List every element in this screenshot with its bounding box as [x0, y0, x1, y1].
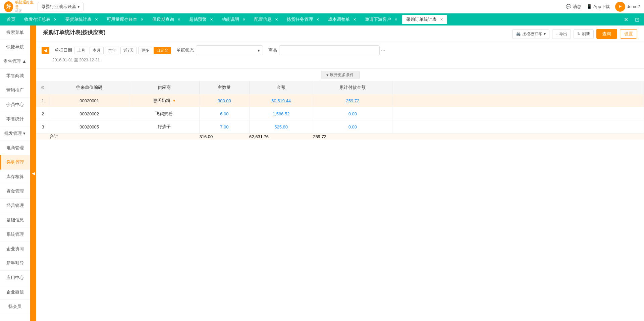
table-row[interactable]: 3 00020005 好孩子 7.00 525.80 0.00	[36, 120, 644, 133]
close-tab-invite-downstream[interactable]: ✕	[394, 17, 397, 22]
main-layout: 搜索菜单 快捷导航 零售管理 ▲ 零售商城 营销推广 会员中心 零售统计 批发管…	[0, 25, 644, 321]
close-tab-config-info[interactable]: ✕	[275, 17, 278, 22]
collapse-filter-icon[interactable]: ◀	[42, 47, 49, 54]
sidebar-item-member[interactable]: 会员中心	[0, 98, 30, 112]
tab-invite-downstream[interactable]: 邀请下游客户 ✕	[361, 15, 401, 24]
date-btn-last-7-days[interactable]: 近7天	[120, 47, 137, 54]
data-table-area: ⚙ 往来单位编码 供应商 主数量 金额 累计付款金额 1 00020001	[36, 81, 644, 321]
chevron-left-icon: ◀	[32, 171, 35, 176]
sidebar-item-purchase[interactable]: 采购管理	[0, 155, 30, 170]
sidebar-item-marketing[interactable]: 营销推广	[0, 83, 30, 98]
footer-extra	[392, 133, 644, 140]
close-tab-collection[interactable]: ✕	[54, 17, 57, 22]
toggle-sidebar-button[interactable]: ◀	[30, 25, 36, 321]
status-select[interactable]: ▾	[196, 45, 263, 55]
table-row[interactable]: 1 00020001 惠氏奶粉 ▾ 303.00 60,519.44	[36, 94, 644, 107]
tab-available-stock[interactable]: 可用量库存账本 ✕	[103, 15, 148, 24]
close-window-button[interactable]: ✕	[622, 16, 630, 23]
expand-more-button[interactable]: ▾ 展开更多条件	[321, 71, 360, 79]
sidebar-item-ecommerce[interactable]: 电商管理	[0, 141, 30, 155]
query-button[interactable]: 查询	[596, 29, 617, 39]
tab-config-info[interactable]: 配置信息 ✕	[250, 15, 282, 24]
tab-purchase-order-stats[interactable]: 采购订单统计表 ✕	[402, 15, 447, 24]
goods-filter-group: 商品 ···	[268, 45, 385, 55]
refresh-button[interactable]: ↻ 刷新	[574, 29, 594, 39]
sidebar-item-operations[interactable]: 经营管理	[0, 199, 30, 213]
sidebar-item-finance[interactable]: 资金管理	[0, 184, 30, 199]
date-btn-this-month[interactable]: 本月	[90, 47, 104, 54]
close-tab-cost-adjust[interactable]: ✕	[353, 17, 356, 22]
date-btn-more[interactable]: 更多	[138, 47, 152, 54]
cell-paid-1: 259.72	[313, 94, 392, 107]
cell-code-2: 00020002	[50, 107, 129, 120]
purchase-order-table: ⚙ 往来单位编码 供应商 主数量 金额 累计付款金额 1 00020001	[36, 81, 644, 140]
tab-overstock[interactable]: 超储预警 ✕	[185, 15, 217, 24]
sidebar-item-enterprise[interactable]: 企业协同	[0, 242, 30, 256]
tab-picking-task[interactable]: 拣货任务管理 ✕	[283, 15, 323, 24]
export-button[interactable]: ↓ 导出	[552, 29, 571, 39]
refresh-icon: ↻	[577, 32, 581, 36]
sidebar-item-basic-info[interactable]: 基础信息	[0, 213, 30, 227]
expand-more-section: ▾ 展开更多条件	[36, 68, 644, 81]
logo-text: 畅捷通好生意 标版	[15, 0, 34, 13]
app-download-button[interactable]: 📱 App下载	[587, 4, 610, 10]
sidebar-item-search[interactable]: 搜索菜单	[0, 25, 30, 40]
cell-code-3: 00020005	[50, 120, 129, 133]
cell-code-1: 00020001	[50, 94, 129, 107]
close-tab-overstock[interactable]: ✕	[210, 17, 213, 22]
date-btn-last-month[interactable]: 上月	[74, 47, 88, 54]
settings-button[interactable]: 设置	[620, 29, 637, 39]
toggle-filter-button[interactable]: ◀	[42, 47, 49, 54]
col-supplier: 供应商	[129, 81, 199, 94]
restore-window-button[interactable]: ⊡	[633, 16, 641, 23]
tab-purchase-stats[interactable]: 要货单统计表 ✕	[61, 15, 102, 24]
top-right-actions: 💬 消息 📱 App下载 E demo2	[566, 2, 640, 12]
footer-empty	[36, 133, 50, 140]
print-button[interactable]: 🖨️ 按模板打印 ▾	[512, 29, 549, 39]
workspace-selector[interactable]: 母婴行业演示账套 ▾	[38, 2, 84, 11]
sidebar-item-app-center[interactable]: 应用中心	[0, 271, 30, 285]
sidebar-item-wholesale[interactable]: 批发管理 ▾	[0, 126, 30, 141]
col-amount: 金额	[249, 81, 313, 94]
sidebar-item-system[interactable]: 系统管理	[0, 227, 30, 242]
sidebar-item-shortcut[interactable]: 快捷导航	[0, 40, 30, 54]
sidebar-item-new-guide[interactable]: 新手引导	[0, 256, 30, 271]
message-button[interactable]: 💬 消息	[566, 4, 581, 10]
goods-input[interactable]	[279, 45, 380, 55]
filter-date-range-line: 2016-01-01 至 2023-12-31	[42, 57, 639, 63]
col-qty: 主数量	[200, 81, 250, 94]
sidebar-item-retail[interactable]: 零售管理 ▲	[0, 54, 30, 69]
tab-warranty[interactable]: 保质期查询 ✕	[148, 15, 184, 24]
close-tab-purchase-stats[interactable]: ✕	[95, 17, 98, 22]
goods-label: 商品	[268, 47, 277, 53]
sidebar-item-wechat[interactable]: 企业微信	[0, 285, 30, 300]
download-icon: 📱	[587, 4, 592, 9]
cell-index-1: 1	[36, 94, 50, 107]
expand-row-icon[interactable]: ▾	[173, 98, 175, 103]
tab-function-desc[interactable]: 功能说明 ✕	[218, 15, 250, 24]
sidebar-item-retail-stats[interactable]: 零售统计	[0, 112, 30, 126]
date-custom-label[interactable]: 自定义	[154, 47, 171, 54]
footer-paid: 259.72	[313, 133, 392, 140]
close-tab-purchase-order-stats[interactable]: ✕	[440, 17, 443, 22]
cell-amount-2: 1,586.52	[249, 107, 313, 120]
sidebar-item-vip[interactable]: 畅会员	[0, 300, 30, 314]
top-bar: 好 畅捷通好生意 标版 母婴行业演示账套 ▾ 💬 消息 📱 App下载 E de…	[0, 0, 644, 13]
user-avatar[interactable]: E demo2	[615, 2, 640, 12]
sidebar-item-inventory[interactable]: 库存核算	[0, 170, 30, 184]
cell-supplier-3: 好孩子	[129, 120, 199, 133]
goods-clear-icon[interactable]: ···	[381, 47, 385, 53]
close-tab-warranty[interactable]: ✕	[177, 17, 180, 22]
tab-cost-adjust[interactable]: 成本调整单 ✕	[324, 15, 360, 24]
column-settings-icon[interactable]: ⚙	[41, 85, 45, 90]
tab-home[interactable]: 首页	[3, 15, 19, 24]
date-btn-this-year[interactable]: 本年	[105, 47, 119, 54]
footer-amount: 62,631.76	[249, 133, 313, 140]
tab-collection[interactable]: 收发存汇总表 ✕	[20, 15, 61, 24]
close-tab-function-desc[interactable]: ✕	[243, 17, 246, 22]
close-tab-available-stock[interactable]: ✕	[141, 17, 144, 22]
table-row[interactable]: 2 00020002 飞鹤奶粉 6.00 1,586.52 0.00	[36, 107, 644, 120]
footer-label: 合计	[50, 133, 200, 140]
close-tab-picking-task[interactable]: ✕	[316, 17, 319, 22]
sidebar-item-retail-shop[interactable]: 零售商城	[0, 69, 30, 83]
